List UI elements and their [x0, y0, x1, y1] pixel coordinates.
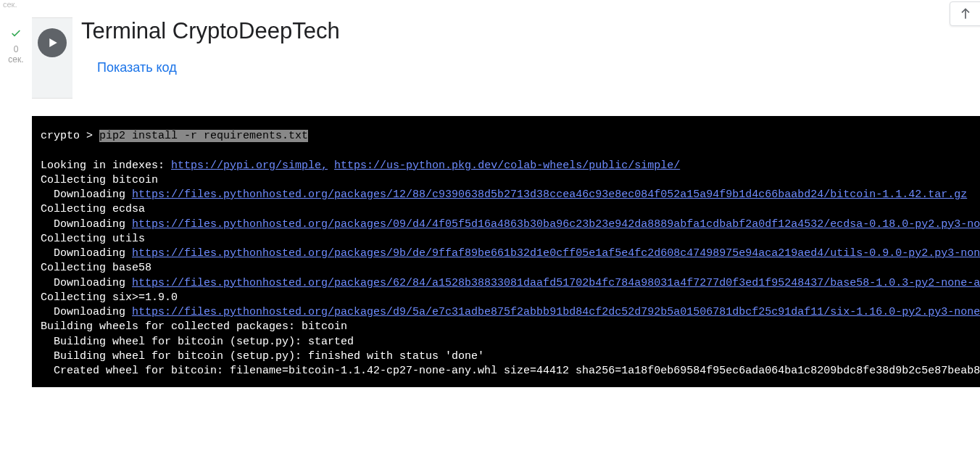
run-column — [32, 17, 72, 99]
term-line: Downloading — [41, 218, 132, 231]
cell-toolbar — [950, 1, 980, 26]
term-line: Downloading — [41, 277, 132, 289]
move-up-button[interactable] — [953, 2, 978, 25]
pkg-link-ecdsa[interactable]: https://files.pythonhosted.org/packages/… — [132, 218, 980, 231]
exec-sec-top: сек. — [3, 0, 17, 9]
term-line: Collecting six>=1.9.0 — [41, 291, 178, 304]
index-link-2[interactable]: https://us-python.pkg.dev/colab-wheels/p… — [334, 160, 680, 172]
cell-title: Terminal CryptoDeepTech — [81, 17, 980, 44]
term-line: Collecting base58 — [41, 262, 151, 274]
term-line: Downloading — [41, 306, 132, 318]
code-cell: Terminal CryptoDeepTech Показать код cry… — [32, 0, 980, 472]
status-check-icon — [0, 28, 32, 41]
terminal-command: pip2 install -r requirements.txt — [99, 130, 308, 142]
term-line: Looking in indexes: — [41, 160, 171, 172]
pkg-link-six[interactable]: https://files.pythonhosted.org/packages/… — [132, 306, 980, 318]
term-line: Building wheel for bitcoin (setup.py): f… — [41, 350, 484, 363]
exec-count: 0 — [0, 44, 32, 54]
index-link-1[interactable]: https://pypi.org/simple, — [171, 160, 328, 172]
term-line: Downloading — [41, 247, 132, 260]
term-line: Collecting utils — [41, 233, 145, 245]
exec-sec-label: сек. — [0, 54, 32, 65]
term-line: Building wheels for collected packages: … — [41, 320, 347, 333]
term-line: Building wheel for bitcoin (setup.py): s… — [41, 336, 354, 348]
pkg-link-base58[interactable]: https://files.pythonhosted.org/packages/… — [132, 277, 980, 289]
term-line: Downloading — [41, 189, 132, 201]
term-line: Created wheel for bitcoin: filename=bitc… — [41, 365, 980, 377]
terminal-prompt: crypto > — [41, 130, 99, 142]
pkg-link-bitcoin[interactable]: https://files.pythonhosted.org/packages/… — [132, 189, 967, 201]
execution-gutter: 0 сек. — [0, 0, 32, 472]
term-line: Collecting ecdsa — [41, 203, 145, 215]
show-code-link[interactable]: Показать код — [81, 60, 177, 75]
term-line: Collecting bitcoin — [41, 174, 158, 186]
svg-marker-4 — [49, 38, 57, 47]
terminal-output[interactable]: crypto > pip2 install -r requirements.tx… — [32, 116, 980, 387]
pkg-link-utils[interactable]: https://files.pythonhosted.org/packages/… — [132, 247, 980, 260]
run-button[interactable] — [38, 28, 67, 57]
